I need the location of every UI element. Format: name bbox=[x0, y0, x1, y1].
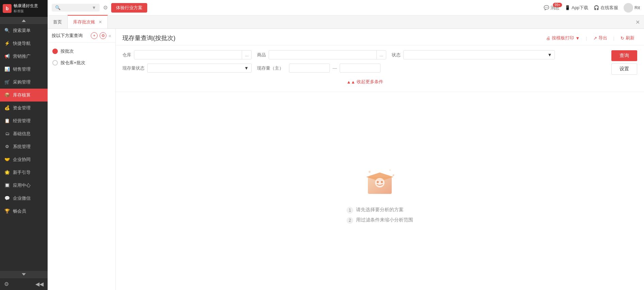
query-btn[interactable]: 查询 bbox=[611, 50, 637, 61]
product-input[interactable] bbox=[269, 51, 376, 59]
empty-tip-2: 2 用过滤条件来缩小分析范围 bbox=[346, 217, 413, 224]
collapse-row[interactable]: ▲▲ 收起更多条件 bbox=[122, 77, 607, 87]
sidebar-item-purchase[interactable]: 🛒 采购管理 bbox=[0, 76, 48, 89]
sidebar-item-search[interactable]: 🔍 搜索菜单 bbox=[0, 24, 48, 37]
tab-panel-close-btn[interactable]: ✕ bbox=[631, 19, 644, 25]
empty-state: 1 请先选择要分析的方案 2 用过滤条件来缩小分析范围 bbox=[116, 92, 644, 290]
online-service-btn[interactable]: 🎧 在线客服 bbox=[594, 5, 618, 11]
filter-status: 状态 ▼ bbox=[392, 50, 555, 59]
qty-label: 现存量（主） bbox=[257, 65, 284, 71]
print-btn[interactable]: 🖨 按模板打印 ▼ bbox=[543, 34, 582, 42]
filter-row-1: 仓库 ... 商品 ... bbox=[122, 50, 607, 59]
empty-svg bbox=[359, 158, 400, 199]
sidebar-item-enterprise[interactable]: 🤝 企业协同 bbox=[0, 153, 48, 166]
business-icon: 📋 bbox=[4, 118, 10, 124]
enterprise-icon: 🤝 bbox=[4, 157, 10, 163]
industry-btn[interactable]: 体验行业方案 bbox=[111, 3, 147, 13]
scroll-up-btn[interactable] bbox=[0, 17, 48, 24]
scheme-item-warehouse-batch[interactable]: 按仓库+批次 bbox=[48, 57, 115, 69]
sidebar-item-label-purchase: 采购管理 bbox=[13, 79, 31, 85]
settings-btn[interactable]: 设置 bbox=[611, 63, 637, 75]
user-menu[interactable]: Rit bbox=[624, 3, 640, 13]
sidebar-item-finance[interactable]: 💰 资金管理 bbox=[0, 102, 48, 114]
tip-num-2: 2 bbox=[346, 217, 353, 224]
app-title-block: 畅康通好生意 标准版 bbox=[14, 3, 38, 14]
sidebar-item-newbie[interactable]: 🌟 新手引导 bbox=[0, 166, 48, 179]
sidebar-item-label-members: 畅会员 bbox=[13, 208, 26, 214]
inventory-status-select[interactable]: ▼ bbox=[147, 64, 252, 73]
topbar: 🔍 ▼ ⚙ 体验行业方案 💬 消息 99+ 📱 App下载 🎧 在线客服 R bbox=[48, 0, 644, 16]
newbie-icon: 🌟 bbox=[4, 169, 10, 176]
online-service-label: 在线客服 bbox=[600, 5, 618, 11]
collapse-sidebar-icon[interactable]: ◀◀ bbox=[35, 281, 44, 287]
topbar-search-icon: 🔍 bbox=[55, 5, 61, 10]
sidebar-item-wechat[interactable]: 💬 企业微信 bbox=[0, 192, 48, 205]
scheme-item-batch[interactable]: 按批次 bbox=[48, 46, 115, 57]
scheme-dot-empty bbox=[52, 60, 58, 66]
apps-icon: 🔲 bbox=[4, 182, 10, 188]
sidebar-item-basic[interactable]: 🗂 基础信息 bbox=[0, 127, 48, 140]
app-name: 畅康通好生意 bbox=[14, 3, 38, 9]
warehouse-dots-btn[interactable]: ... bbox=[242, 51, 251, 59]
action-divider-1: | bbox=[586, 36, 587, 41]
qty-to-input[interactable] bbox=[340, 64, 380, 73]
inventory-status-label: 现存量状态 bbox=[122, 65, 145, 71]
user-name: Rit bbox=[634, 5, 640, 10]
print-dropdown-icon[interactable]: ▼ bbox=[575, 36, 580, 41]
sidebar-item-inventory[interactable]: 📦 库存核算 bbox=[0, 89, 48, 102]
product-dots-btn[interactable]: ... bbox=[376, 51, 386, 59]
add-scheme-btn[interactable]: + bbox=[91, 32, 98, 39]
refresh-btn[interactable]: ↻ 刷新 bbox=[618, 34, 637, 42]
sidebar-item-marketing[interactable]: 📢 营销推广 bbox=[0, 50, 48, 63]
warehouse-input-group[interactable]: ... bbox=[134, 50, 252, 59]
sidebar-item-business[interactable]: 📋 经营管理 bbox=[0, 114, 48, 127]
topbar-gear-icon[interactable]: ⚙ bbox=[103, 4, 108, 11]
settings-icon[interactable]: ⚙ bbox=[4, 281, 9, 287]
sidebar-item-label-sales: 销售管理 bbox=[13, 66, 31, 72]
sidebar-item-system[interactable]: ⚙ 系统管理 bbox=[0, 140, 48, 153]
export-btn[interactable]: ↗ 导出 bbox=[591, 34, 610, 42]
status-select[interactable]: ▼ bbox=[403, 50, 555, 59]
app-download-btn[interactable]: 📱 App下载 bbox=[565, 5, 588, 11]
filter-product: 商品 ... bbox=[257, 50, 386, 59]
sidebar-item-label-newbie: 新手引导 bbox=[13, 169, 31, 176]
scheme-panel-header: 按以下方案查询 + ⚙ « bbox=[48, 29, 115, 43]
page-actions: 🖨 按模板打印 ▼ | ↗ 导出 | ↻ 刷新 bbox=[543, 34, 637, 42]
topbar-dropdown-icon[interactable]: ▼ bbox=[92, 5, 96, 10]
status-label: 状态 bbox=[392, 52, 401, 58]
inventory-icon: 📦 bbox=[4, 92, 10, 98]
manage-scheme-btn[interactable]: ⚙ bbox=[100, 32, 106, 39]
svg-point-4 bbox=[369, 171, 371, 173]
topbar-search-box[interactable]: 🔍 ▼ bbox=[52, 4, 100, 12]
warehouse-input[interactable] bbox=[134, 51, 242, 59]
sidebar-item-apps[interactable]: 🔲 应用中心 bbox=[0, 179, 48, 192]
sidebar-item-quick-nav[interactable]: ⚡ 快捷导航 bbox=[0, 37, 48, 50]
product-input-group[interactable]: ... bbox=[269, 50, 386, 59]
qty-from-input[interactable] bbox=[289, 64, 330, 73]
sidebar-item-sales[interactable]: 📊 销售管理 bbox=[0, 63, 48, 76]
warehouse-label: 仓库 bbox=[122, 52, 131, 58]
scheme-collapse-icon[interactable]: « bbox=[108, 33, 111, 38]
sidebar-item-label-basic: 基础信息 bbox=[13, 131, 31, 137]
tab-close-icon[interactable]: ✕ bbox=[99, 20, 102, 24]
filter-area: 仓库 ... 商品 ... bbox=[116, 46, 644, 92]
scheme-dot-batch bbox=[52, 49, 58, 54]
app-edition: 标准版 bbox=[14, 9, 38, 14]
wechat-icon: 💬 bbox=[4, 195, 10, 201]
page-title: 现存量查询(按批次) bbox=[122, 34, 175, 42]
sidebar-item-members[interactable]: 🏆 畅会员 bbox=[0, 205, 48, 218]
topbar-search-input[interactable] bbox=[63, 5, 90, 10]
quick-nav-icon: ⚡ bbox=[4, 40, 10, 47]
app-logo: b bbox=[3, 4, 12, 13]
messages-btn[interactable]: 💬 消息 99+ bbox=[544, 5, 559, 11]
filter-warehouse: 仓库 ... bbox=[122, 50, 252, 59]
sidebar-item-label-finance: 资金管理 bbox=[13, 105, 31, 111]
scroll-down-btn[interactable] bbox=[0, 271, 48, 278]
sidebar-item-label-apps: 应用中心 bbox=[13, 182, 31, 188]
system-icon: ⚙ bbox=[4, 144, 10, 150]
avatar bbox=[624, 3, 633, 13]
service-icon: 🎧 bbox=[594, 5, 599, 10]
tab-batch-account[interactable]: 库存批次账 ✕ bbox=[68, 15, 108, 29]
tab-home[interactable]: 首页 bbox=[48, 16, 68, 29]
app-icon: 📱 bbox=[565, 5, 570, 10]
